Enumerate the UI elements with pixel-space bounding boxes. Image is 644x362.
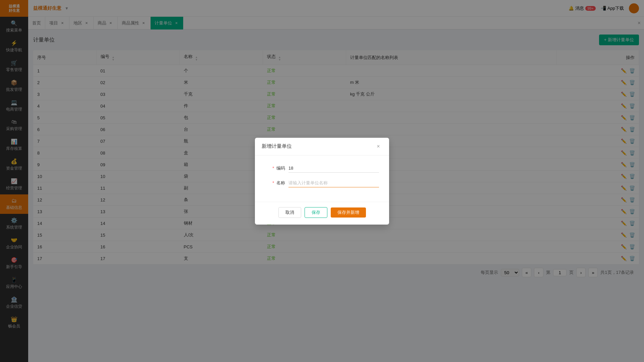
code-label: * 编码	[265, 165, 285, 171]
modal-header: 新增计量单位 ×	[255, 138, 389, 156]
code-form-row: * 编码	[265, 164, 379, 173]
code-required-mark: *	[272, 166, 274, 171]
save-button[interactable]: 保存	[305, 207, 327, 218]
modal-body: * 编码 * 名称	[255, 156, 389, 202]
name-input[interactable]	[288, 179, 379, 187]
save-and-new-button[interactable]: 保存并新增	[331, 207, 366, 218]
modal-close-btn[interactable]: ×	[374, 142, 382, 150]
modal-title: 新增计量单位	[262, 143, 292, 149]
name-label: * 名称	[265, 180, 285, 186]
modal-footer: 取消 保存 保存并新增	[255, 202, 389, 225]
name-required-mark: *	[272, 180, 274, 185]
add-unit-modal: 新增计量单位 × * 编码 * 名称 取消 保存 保存并新增	[255, 138, 389, 225]
name-form-row: * 名称	[265, 179, 379, 187]
modal-overlay[interactable]: 新增计量单位 × * 编码 * 名称 取消 保存 保存并新增	[0, 0, 644, 362]
cancel-button[interactable]: 取消	[278, 207, 301, 218]
code-input[interactable]	[288, 164, 379, 173]
